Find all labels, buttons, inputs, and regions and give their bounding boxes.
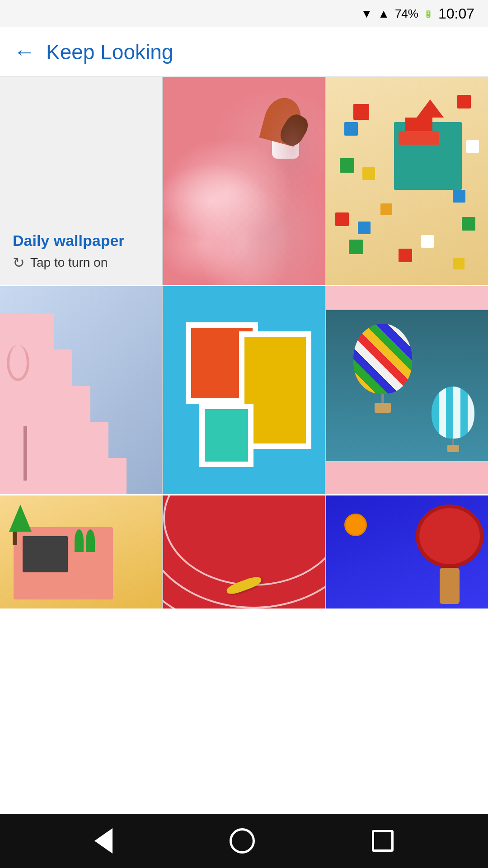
app-bar: ← Keep Looking: [0, 27, 488, 77]
spiral-decoration: [7, 345, 29, 381]
block-y2: [453, 258, 465, 269]
balloon-2-basket: [447, 445, 459, 452]
block-r4: [457, 95, 471, 108]
status-bar: ▼ ▲ 74% 🔋 10:07: [0, 0, 488, 27]
pink-strip-bottom[interactable]: [326, 462, 488, 494]
fabric-shading: [163, 77, 325, 285]
block-g2: [349, 240, 363, 254]
red-pyramid: [417, 99, 444, 118]
red-block-mid: [399, 131, 439, 145]
back-button[interactable]: ←: [14, 39, 35, 64]
right-column-row2: [326, 286, 488, 494]
home-nav-button[interactable]: [230, 828, 255, 854]
scene-box: [14, 527, 113, 599]
block-g1: [340, 158, 354, 173]
balloon-1-body: [353, 324, 412, 394]
block-y1: [362, 167, 375, 180]
balloon-2-body: [432, 387, 474, 439]
pink-stairs-cell[interactable]: [0, 286, 162, 494]
wifi-icon: ▼: [361, 7, 372, 21]
colorful-blocks-cell[interactable]: [326, 77, 488, 285]
green-tree: [9, 505, 32, 532]
refresh-icon: ↻: [13, 254, 25, 271]
daily-wallpaper-label: Daily wallpaper: [13, 232, 149, 250]
tree-trunk: [13, 532, 17, 545]
block-r2: [335, 212, 349, 226]
paddle-handle: [440, 568, 460, 604]
block-b2: [358, 222, 371, 234]
pink-strip-top[interactable]: [326, 286, 488, 309]
red-block-top: [405, 118, 432, 131]
status-time: 10:07: [438, 5, 474, 22]
frame-teal: [199, 404, 253, 467]
navigation-bar: [0, 814, 488, 868]
scene-tree-1: [86, 529, 95, 552]
balloon-2-rope: [452, 439, 454, 445]
recents-square-icon: [372, 830, 394, 852]
daily-wallpaper-tap[interactable]: ↻ Tap to turn on: [13, 254, 149, 271]
balloon-2: [432, 387, 474, 452]
balloon-1-rope: [381, 394, 384, 403]
orange-scene-cell[interactable]: [0, 495, 162, 609]
plant-left: [0, 426, 27, 481]
block-g3: [462, 217, 475, 231]
back-nav-button[interactable]: [94, 828, 113, 854]
blue-frames-cell[interactable]: [163, 286, 325, 494]
back-triangle-icon: [94, 828, 113, 854]
wallpaper-row-3: [0, 495, 488, 609]
stair-5: [0, 313, 54, 349]
wallpaper-row-1: Daily wallpaper ↻ Tap to turn on: [0, 77, 488, 285]
scene-tree-2: [75, 529, 84, 552]
ping-pong-cell[interactable]: [326, 495, 488, 609]
balloon-1: [353, 324, 412, 413]
block-b3: [453, 190, 465, 203]
scene-screen: [23, 536, 68, 572]
battery-icon: 🔋: [424, 9, 433, 18]
block-r1: [353, 104, 369, 120]
balloons-cell[interactable]: [326, 310, 488, 461]
pink-spill-cell[interactable]: [163, 77, 325, 285]
recents-nav-button[interactable]: [372, 830, 394, 852]
bottom-spacer: [0, 609, 488, 663]
paddle-head: [416, 505, 483, 568]
balloon-1-basket: [375, 403, 391, 413]
block-o1: [380, 203, 392, 215]
block-w2: [466, 140, 479, 153]
block-r3: [399, 249, 412, 262]
daily-wallpaper-cell[interactable]: Daily wallpaper ↻ Tap to turn on: [0, 77, 162, 285]
paddle-group: [416, 505, 483, 604]
page-title: Keep Looking: [46, 40, 173, 64]
block-w1: [421, 235, 434, 248]
home-circle-icon: [230, 828, 255, 854]
battery-percentage: 74%: [395, 7, 418, 21]
tennis-ball: [344, 514, 367, 536]
stair-3: [0, 386, 90, 422]
signal-icon: ▲: [378, 7, 389, 21]
block-b1: [344, 122, 358, 136]
wallpaper-row-2: [0, 286, 488, 494]
running-track-cell[interactable]: [163, 495, 325, 609]
status-icons: ▼ ▲ 74% 🔋 10:07: [361, 5, 474, 22]
tap-to-turn-on-label: Tap to turn on: [30, 255, 108, 270]
